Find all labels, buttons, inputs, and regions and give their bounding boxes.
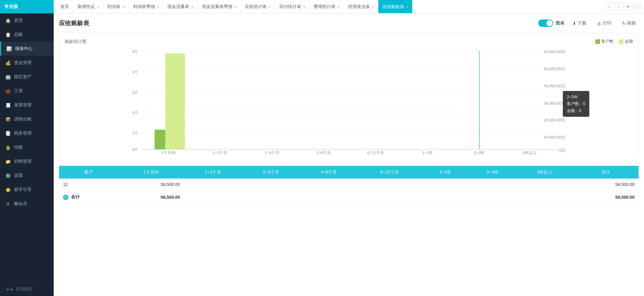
sidebar-item-close[interactable]: 🔒 结账 <box>0 140 54 154</box>
main-area: 首页 新增凭证 × 利润表 × 利润表季报 × 现金流量表 × 现金流量表季报 … <box>54 0 644 296</box>
print-label: 打印 <box>603 20 611 26</box>
tab-ap-stats-close[interactable]: × <box>303 5 305 9</box>
tab-cashflow-quarterly-close[interactable]: × <box>234 5 236 9</box>
tab-scroll-right[interactable]: › <box>614 3 623 11</box>
chart-toggle-label: 图表 <box>556 20 565 26</box>
tab-profit-quarterly-close[interactable]: × <box>157 5 159 9</box>
page-title: 应收账龄表 <box>59 19 89 27</box>
sidebar-item-salary[interactable]: 💼 工资 <box>0 84 54 98</box>
guide-icon: 🌟 <box>5 187 11 192</box>
tab-fullscreen[interactable]: ⛶ <box>633 3 641 11</box>
svg-text:0元: 0元 <box>559 148 566 152</box>
svg-text:4个: 4个 <box>132 70 139 74</box>
sidebar-item-invoice[interactable]: 🧾 发票管理 <box>0 98 54 112</box>
cell-m7 <box>469 179 517 191</box>
page-header: 应收账龄表 图表 ⬇ 下载 🖨 打印 ↻ 刷新 <box>59 19 639 28</box>
tab-ap-stats-label: 应付统计表 <box>279 4 301 10</box>
tab-expense-stats-close[interactable]: × <box>337 5 339 9</box>
svg-text:10,000.00元: 10,000.00元 <box>544 135 565 139</box>
sidebar-item-guide[interactable]: 🌟 新手引导 <box>0 183 54 197</box>
total-m5 <box>358 191 422 204</box>
chart-title: 账龄统计图 <box>65 39 633 45</box>
sidebar-item-assets[interactable]: 🏢 固定资产 <box>0 70 54 84</box>
total-icon: ≡ <box>63 195 68 200</box>
svg-text:20,000.00元: 20,000.00元 <box>544 118 565 122</box>
total-row: ≡ 合计 58,500.00 58,500.00 <box>59 191 639 204</box>
close-accounts-icon: 🔒 <box>5 145 11 150</box>
sidebar-item-label: 固定资产 <box>14 74 32 80</box>
tab-ar-aging[interactable]: 应收账龄表 × <box>378 0 413 13</box>
svg-text:30,000.00元: 30,000.00元 <box>544 101 565 105</box>
refresh-label: 刷新 <box>627 20 636 26</box>
sidebar-item-ledger[interactable]: 📋 总账 <box>0 28 54 42</box>
sidebar-item-home[interactable]: 🏠 首页 <box>0 13 54 28</box>
svg-text:3个: 3个 <box>132 90 139 95</box>
total-m4 <box>300 191 358 204</box>
tab-cashflow[interactable]: 现金流量表 × <box>163 0 198 13</box>
legend-amount-dot <box>619 39 624 44</box>
svg-text:2~3个月: 2~3个月 <box>265 150 279 155</box>
sidebar-item-funds[interactable]: 💰 资金管理 <box>0 56 54 70</box>
sidebar-item-label: 工资 <box>14 88 23 94</box>
tab-profit-close[interactable]: × <box>122 5 124 9</box>
tab-scroll-left[interactable]: ‹ <box>605 3 613 11</box>
tab-profit[interactable]: 利润表 × <box>103 0 129 13</box>
sidebar-item-vip[interactable]: V 畅会员 <box>0 197 54 211</box>
tabbar: 首页 新增凭证 × 利润表 × 利润表季报 × 现金流量表 × 现金流量表季报 … <box>54 0 644 13</box>
col-customer: 客户 <box>59 166 118 179</box>
sidebar-item-archive[interactable]: 📁 归档管理 <box>0 154 54 168</box>
data-table: 客户 1个月内 1~2个月 2~3个月 3~6个月 6~12个月 1~2年 2~… <box>59 166 639 204</box>
svg-text:40,000.00元: 40,000.00元 <box>544 84 565 88</box>
ledger-icon: 📋 <box>5 32 11 37</box>
total-m7 <box>469 191 517 204</box>
download-button[interactable]: ⬇ 下载 <box>570 19 589 28</box>
svg-text:5个: 5个 <box>132 49 139 54</box>
sidebar-item-label: 归档管理 <box>14 158 32 164</box>
tab-ar-aging-close[interactable]: × <box>406 5 408 9</box>
col-m8: 3年以上 <box>517 166 573 179</box>
cell-m4 <box>300 179 358 191</box>
legend-amount-label: 金额 <box>625 39 633 44</box>
tab-business-stats-close[interactable]: × <box>372 5 374 9</box>
sidebar-item-reports[interactable]: 📊 报表中心 <box>0 42 54 56</box>
tab-new-voucher[interactable]: 新增凭证 × <box>73 0 103 13</box>
tab-ap-stats[interactable]: 应付统计表 × <box>275 0 310 13</box>
tab-home[interactable]: 首页 <box>56 0 73 13</box>
print-button[interactable]: 🖨 打印 <box>594 19 614 28</box>
table-row: 11 58,500.00 58,500.00 <box>59 179 639 191</box>
tab-profit-quarterly[interactable]: 利润表季报 × <box>129 0 163 13</box>
tab-close-all[interactable]: ✕ <box>624 3 632 11</box>
unpin-button[interactable]: ◄◄ 取消固定 <box>0 282 54 296</box>
col-total: 合计 <box>573 166 639 179</box>
tab-expense-stats[interactable]: 费用统计表 × <box>310 0 344 13</box>
sidebar-item-stock[interactable]: 📦 进销台账 <box>0 112 54 126</box>
total-total: 58,500.00 <box>573 191 639 204</box>
svg-text:1~2年: 1~2年 <box>422 150 433 155</box>
sidebar-item-label: 资金管理 <box>14 60 32 66</box>
sidebar-item-label: 报表中心 <box>15 46 33 52</box>
svg-text:2~3年: 2~3年 <box>474 150 485 155</box>
bar-amount-1month[interactable] <box>165 53 185 149</box>
tab-ar-stats[interactable]: 应收统计表 × <box>241 0 275 13</box>
tab-cashflow-quarterly[interactable]: 现金流量表季报 × <box>198 0 241 13</box>
unpin-label: 取消固定 <box>16 286 32 292</box>
tab-cashflow-close[interactable]: × <box>191 5 193 9</box>
app-logo: 专业版 <box>0 0 54 13</box>
tab-ar-stats-close[interactable]: × <box>269 5 271 9</box>
assets-icon: 🏢 <box>5 75 11 80</box>
sidebar-item-label: 新手引导 <box>14 187 32 193</box>
chart-toggle-wrap[interactable]: 图表 <box>538 19 565 27</box>
svg-text:3年以上: 3年以上 <box>522 150 537 155</box>
refresh-button[interactable]: ↻ 刷新 <box>620 19 639 28</box>
home-icon: 🏠 <box>5 18 11 23</box>
chart-toggle[interactable] <box>538 19 553 27</box>
tab-new-voucher-close[interactable]: × <box>97 5 99 9</box>
sidebar-item-tax[interactable]: 📑 税务管理 <box>0 126 54 140</box>
svg-text:0个: 0个 <box>132 147 139 152</box>
sidebar-item-label: 总账 <box>14 32 23 38</box>
bar-customers-1month[interactable] <box>155 130 165 149</box>
sidebar-item-label: 设置 <box>14 172 23 179</box>
tab-business-stats[interactable]: 经营状况表 × <box>344 0 378 13</box>
sidebar-item-settings[interactable]: ⚙️ 设置 <box>0 168 54 183</box>
chart-svg: 5个 4个 3个 2个 1个 0个 60,000.00元 50,000.00元 … <box>65 47 633 155</box>
